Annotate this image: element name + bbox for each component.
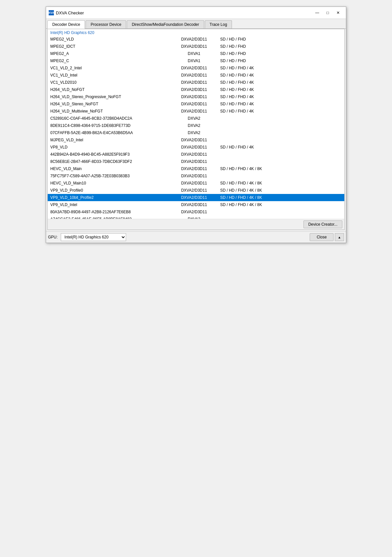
- list-item[interactable]: VC1_VLD_IntelDXVA2/D3D11SD / HD / FHD / …: [48, 72, 344, 79]
- item-name: MPEG2_A: [50, 51, 168, 56]
- gpu-select[interactable]: Intel(R) HD Graphics 620: [61, 233, 126, 241]
- list-item[interactable]: VP8_VLDDXVA2/D3D11SD / HD / FHD / 4K: [48, 144, 344, 151]
- minimize-button[interactable]: —: [312, 9, 322, 17]
- maximize-button[interactable]: □: [322, 9, 333, 17]
- item-api: DXVA2/D3D11: [168, 66, 220, 70]
- item-api: DXVA2: [168, 116, 220, 121]
- item-resolution: SD / HD / FHD / 4K: [220, 73, 342, 78]
- close-button[interactable]: Close: [310, 233, 334, 241]
- item-name: H264_VLD_NoFGT: [50, 87, 168, 92]
- item-resolution: SD / HD / FHD: [220, 59, 342, 63]
- item-api: DXVA2/D3D11: [168, 73, 220, 78]
- item-api: DXVA2: [168, 131, 220, 135]
- item-name: MJPEG_VLD_Intel: [50, 138, 168, 142]
- item-name: 80A3A7BD-89D8-4497-A2B8-2126AF7E6EB8: [50, 210, 168, 214]
- list-item[interactable]: MPEG2_IDCTDXVA2/D3D11SD / HD / FHD: [48, 43, 344, 50]
- item-api: DXVA2/D3D11: [168, 102, 220, 106]
- item-resolution: SD / HD / FHD / 4K: [220, 109, 342, 113]
- item-api: DXVA2/D3D11: [168, 181, 220, 185]
- bottom-area: Device Creator...: [48, 219, 344, 230]
- item-name: MPEG2_IDCT: [50, 44, 168, 49]
- tab-processor-device[interactable]: Processor Device: [86, 20, 126, 28]
- item-name: VC1_VLD_Intel: [50, 73, 168, 78]
- list-item[interactable]: VP9_VLD_10bit_Profile2DXVA2/D3D11SD / HD…: [48, 194, 344, 201]
- decoder-list[interactable]: MPEG2_VLDDXVA2/D3D11SD / HD / FHDMPEG2_I…: [48, 36, 344, 219]
- tab-decoder-device[interactable]: Decoder Device: [47, 20, 85, 29]
- list-item[interactable]: C528916C-C0AF-4645-8CB2-372B6D4ADC2ADXVA…: [48, 115, 344, 122]
- list-item[interactable]: VC1_VLD2010DXVA2/D3D11SD / HD / FHD / 4K: [48, 79, 344, 86]
- item-name: VC1_VLD2010: [50, 80, 168, 85]
- list-item[interactable]: VC1_VLD_2_IntelDXVA2/D3D11SD / HD / FHD …: [48, 64, 344, 72]
- item-name: A74CCAE2-F466-45AE-86F5-AB8BE8AF8483: [50, 217, 168, 219]
- list-item[interactable]: 80A3A7BD-89D8-4497-A2B8-2126AF7E6EB8DXVA…: [48, 208, 344, 216]
- item-resolution: SD / HD / FHD: [220, 44, 342, 49]
- list-item[interactable]: A74CCAE2-F466-45AE-86F5-AB8BE8AF8483DXVA…: [48, 216, 344, 219]
- list-item[interactable]: H264_VLD_Stereo_Progressive_NoFGTDXVA2/D…: [48, 93, 344, 100]
- footer-right: Close ▲: [310, 233, 344, 241]
- item-resolution: SD / HD / FHD / 4K: [220, 66, 342, 70]
- device-creator-button[interactable]: Device Creator...: [303, 220, 342, 228]
- item-api: DXVA1: [168, 59, 220, 63]
- item-api: DXVA2/D3D11: [168, 174, 220, 178]
- item-name: H264_VLD_Stereo_NoFGT: [50, 102, 168, 106]
- tab-directshow-decoder[interactable]: DirectShow/MediaFoundation Decoder: [127, 20, 204, 28]
- item-api: DXVA2/D3D11: [168, 210, 220, 214]
- list-item[interactable]: 442B942A-B4D9-4940-BC45-A882E5F919F3DXVA…: [48, 151, 344, 158]
- item-api: DXVA2: [168, 217, 220, 219]
- close-window-button[interactable]: ✕: [333, 9, 343, 17]
- item-api: DXVA2/D3D11: [168, 145, 220, 149]
- item-name: 75FC75F7-C589-4A07-A25B-72E03B0383B3: [50, 174, 168, 178]
- item-resolution: SD / HD / FHD / 4K / 8K: [220, 166, 342, 171]
- item-api: DXVA2/D3D11: [168, 152, 220, 157]
- item-name: H264_VLD_Stereo_Progressive_NoFGT: [50, 95, 168, 99]
- gpu-group-header: Intel(R) HD Graphics 620: [48, 29, 344, 36]
- list-item[interactable]: H264_VLD_NoFGTDXVA2/D3D11SD / HD / FHD /…: [48, 86, 344, 93]
- item-resolution: SD / HD / FHD / 4K: [220, 102, 342, 106]
- up-arrow-button[interactable]: ▲: [335, 233, 344, 241]
- item-api: DXVA2/D3D11: [168, 166, 220, 171]
- list-item[interactable]: MPEG2_ADXVA1SD / HD / FHD: [48, 50, 344, 57]
- tab-trace-log[interactable]: Trace Log: [205, 20, 232, 28]
- item-api: DXVA2/D3D11: [168, 195, 220, 200]
- item-resolution: SD / HD / FHD / 4K: [220, 95, 342, 99]
- list-item[interactable]: H264_VLD_Multiview_NoFGTDXVA2/D3D11SD / …: [48, 108, 344, 115]
- item-api: DXVA2: [168, 123, 220, 128]
- item-name: 442B942A-B4D9-4940-BC45-A882E5F919F3: [50, 152, 168, 157]
- item-api: DXVA2/D3D11: [168, 80, 220, 85]
- list-item[interactable]: 75FC75F7-C589-4A07-A25B-72E03B0383B3DXVA…: [48, 172, 344, 180]
- list-item[interactable]: VP9_VLD_Profile0DXVA2/D3D11SD / HD / FHD…: [48, 187, 344, 194]
- item-name: VP8_VLD: [50, 145, 168, 149]
- list-item[interactable]: 07CFAFFB-5A2E-4B99-B62A-E4CA53B6D5AADXVA…: [48, 129, 344, 136]
- list-item[interactable]: MPEG2_VLDDXVA2/D3D11SD / HD / FHD: [48, 36, 344, 43]
- item-resolution: SD / HD / FHD / 4K / 8K: [220, 195, 342, 200]
- item-api: DXVA2/D3D11: [168, 109, 220, 113]
- item-api: DXVA2/D3D11: [168, 202, 220, 207]
- item-api: DXVA2/D3D11: [168, 37, 220, 42]
- item-name: H264_VLD_Multiview_NoFGT: [50, 109, 168, 113]
- item-name: 8C56EB1E-2B47-466F-8D33-7DBCD63F3DF2: [50, 159, 168, 164]
- item-resolution: SD / HD / FHD / 4K / 8K: [220, 202, 342, 207]
- item-name: 07CFAFFB-5A2E-4B99-B62A-E4CA53B6D5AA: [50, 131, 168, 135]
- app-icon: XVA: [49, 10, 54, 15]
- title-bar-left: XVA DXVA Checker: [49, 10, 84, 15]
- item-name: VP9_VLD_10bit_Profile2: [50, 195, 168, 200]
- gpu-label: GPU:: [48, 235, 57, 239]
- title-bar: XVA DXVA Checker — □ ✕: [46, 7, 346, 19]
- item-resolution: SD / HD / FHD / 4K: [220, 145, 342, 149]
- item-resolution: SD / HD / FHD: [220, 51, 342, 56]
- item-api: DXVA2/D3D11: [168, 44, 220, 49]
- item-resolution: SD / HD / FHD / 4K / 8K: [220, 188, 342, 193]
- item-name: C528916C-C0AF-4645-8CB2-372B6D4ADC2A: [50, 116, 168, 121]
- list-item[interactable]: 8C56EB1E-2B47-466F-8D33-7DBCD63F3DF2DXVA…: [48, 158, 344, 165]
- list-item[interactable]: H264_VLD_Stereo_NoFGTDXVA2/D3D11SD / HD …: [48, 100, 344, 108]
- content-area: Intel(R) HD Graphics 620 MPEG2_VLDDXVA2/…: [47, 29, 345, 230]
- list-item[interactable]: VP9_VLD_IntelDXVA2/D3D11SD / HD / FHD / …: [48, 201, 344, 208]
- item-name: MPEG2_VLD: [50, 37, 168, 42]
- list-item[interactable]: HEVC_VLD_Main10DXVA2/D3D11SD / HD / FHD …: [48, 180, 344, 187]
- item-resolution: SD / HD / FHD: [220, 37, 342, 42]
- list-item[interactable]: 8DE911C4-C898-4364-9715-1DE6B3FE773DDXVA…: [48, 122, 344, 129]
- list-item[interactable]: MPEG2_CDXVA1SD / HD / FHD: [48, 57, 344, 64]
- list-item[interactable]: MJPEG_VLD_IntelDXVA2/D3D11: [48, 136, 344, 144]
- list-item[interactable]: HEVC_VLD_MainDXVA2/D3D11SD / HD / FHD / …: [48, 165, 344, 172]
- window-title: DXVA Checker: [56, 10, 84, 15]
